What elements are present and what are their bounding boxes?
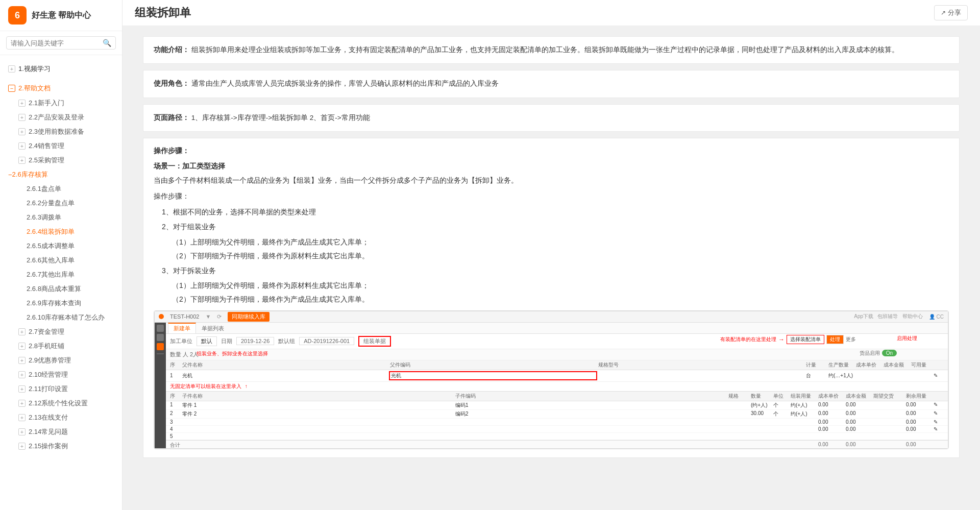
mock-group-label: 默认组 — [278, 337, 295, 345]
sidebar-item-label: 2.帮助文档 — [18, 84, 51, 93]
sidebar-item-stocktake[interactable]: 2.6.1盘点单 — [8, 182, 122, 196]
content-area: 功能介绍： 组装拆卸单用来处理企业组装或拆卸等加工业务，支持有固定装配清单的产品… — [122, 26, 980, 510]
mock-upper-table-header: 序 父件名称 父件编码 规格型号 计量 生产数量 成本单价 成本金额 可用量 — [166, 360, 948, 370]
nav-section-docs: − 2.帮助文档 + 2.1新手入门 + 2.2产品安装及登录 + 2.3使用前… — [0, 79, 122, 455]
sidebar-item-other-out[interactable]: 2.6.7其他出库单 — [8, 268, 122, 282]
sidebar-item-inventory[interactable]: − 2.6库存核算 — [0, 167, 122, 182]
sidebar-item-sales[interactable]: + 2.4销售管理 — [0, 139, 122, 153]
toggle-area: 货品启用 On — [860, 350, 897, 357]
path-label: 页面路径： — [154, 114, 189, 122]
sidebar-item-prepare[interactable]: + 2.3使用前数据准备 — [0, 125, 122, 139]
search-box: 🔍 — [6, 36, 116, 50]
nav-tree: + 1.视频学习 − 2.帮助文档 + 2.1新手入门 + 2.2产品安装及登录 — [0, 55, 122, 510]
mock-apps: App下载 包班辅导 帮助中心 — [854, 313, 922, 320]
mock-red-cell: 光机 — [389, 371, 598, 380]
annotation4-arrow: ↑ — [245, 383, 248, 389]
step3-sub2: （2）下部明细为子件明细，最终作为产成品生成其它入库单。 — [172, 293, 949, 306]
annotation4-area: 无固定清单可以组装在这里录入 ↑ — [166, 382, 948, 391]
sidebar-item-docs[interactable]: − 2.帮助文档 — [0, 81, 122, 96]
sidebar-item-stock-query[interactable]: 2.6.9库存账本查询 — [8, 296, 122, 310]
mock-tab-list: 单据列表 — [196, 323, 230, 333]
sidebar-item-install[interactable]: + 2.2产品安装及登录 — [0, 110, 122, 125]
sidebar-item-print[interactable]: + 2.11打印设置 — [0, 382, 122, 396]
sidebar-item-mobile[interactable]: + 2.8手机旺铺 — [0, 339, 122, 353]
mock-content: 新建单 单据列表 加工单位 默认 日期 2019-12-26 默认组 — [166, 323, 948, 448]
search-icon[interactable]: 🔍 — [103, 39, 111, 47]
expand-icon: + — [18, 400, 26, 407]
mock-left-sidebar — [155, 323, 166, 448]
mock-sidebar-icon1 — [157, 325, 164, 332]
annotation1-arrow: → — [778, 336, 785, 343]
role-block: 使用角色： 通常由生产人员或库管人员完成拆装业务的操作，库管人员确认原材料的出库… — [143, 70, 960, 98]
expand-icon: + — [18, 343, 26, 350]
annotation2-area: 组装业务、拆卸业务在这里选择 — [197, 350, 268, 357]
sidebar-item-customize[interactable]: + 2.12系统个性化设置 — [0, 396, 122, 410]
mock-header-btn: 同期继续入库 — [228, 312, 270, 322]
search-input[interactable] — [11, 39, 103, 47]
logo-text: 好生意 帮助中心 — [32, 10, 91, 21]
expand-icon: + — [18, 100, 26, 107]
sidebar-item-adjust[interactable]: 2.6.3调拨单 — [8, 210, 122, 225]
sidebar-item-coupon[interactable]: + 2.9优惠券管理 — [0, 353, 122, 368]
role-text: 通常由生产人员或库管人员完成拆装业务的操作，库管人员确认原材料的出库和产成品的入… — [191, 80, 499, 87]
main-content: 组装拆卸单 ↗ 分享 功能介绍： 组装拆卸单用来处理企业组装或拆卸等加工业务，支… — [122, 0, 980, 510]
mock-layout: 新建单 单据列表 加工单位 默认 日期 2019-12-26 默认组 — [155, 323, 948, 448]
inventory-subitems: 2.6.1盘点单 2.6.2分量盘点单 2.6.3调拨单 2.6.4组装拆卸单 … — [0, 182, 122, 325]
mock-extra-actions: 更多 — [846, 336, 856, 343]
sidebar-item-payment[interactable]: + 2.13在线支付 — [0, 410, 122, 425]
mock-lower-row3: 3 0.00 0.00 0 — [166, 419, 948, 426]
logo-area: 6 好生意 帮助中心 — [0, 0, 122, 31]
sidebar-item-capital[interactable]: + 2.7资金管理 — [0, 325, 122, 339]
sidebar-item-cost-adjust[interactable]: 2.6.5成本调整单 — [8, 239, 122, 253]
mock-date-label: 日期 — [221, 337, 232, 345]
sidebar-item-cases[interactable]: + 2.15操作案例 — [0, 439, 122, 453]
screenshot-container: TEST-H002 ▼ ⟳ 同期继续入库 App下载 包班辅导 帮助中心 👤 C… — [154, 310, 949, 449]
share-button[interactable]: ↗ 分享 — [934, 5, 968, 20]
toggle-label: 货品启用 — [860, 350, 880, 357]
mock-upper-table-row1: 1 光机 光机 台 约(…+1人) ✎ — [166, 370, 948, 382]
sidebar-item-assembly[interactable]: 2.6.4组装拆卸单 — [8, 225, 122, 239]
sidebar-item-cost-recalc[interactable]: 2.6.8商品成本重算 — [8, 282, 122, 296]
on-toggle: On — [882, 350, 897, 356]
path-block: 页面路径： 1、库存核算->库存管理->组装拆卸单 2、首页->常用功能 — [143, 104, 960, 132]
mock-lower-row5: 5 — [166, 433, 948, 440]
expand-icon: + — [8, 65, 15, 72]
sidebar-item-stock-err[interactable]: 2.6.10库存账本错了怎么办 — [8, 310, 122, 325]
sidebar-item-ops[interactable]: + 2.10经营管理 — [0, 368, 122, 382]
expand-icon: + — [18, 385, 26, 393]
sidebar-item-split-stock[interactable]: 2.6.2分量盘点单 — [8, 196, 122, 210]
mock-lower-row4: 4 0.000.00 0.00✎ — [166, 426, 948, 433]
annotation1-btn: 选择装配清单 — [787, 335, 824, 344]
mock-user: 👤 CC — [929, 314, 944, 320]
expand-icon: + — [18, 328, 26, 335]
annotation4-text: 无固定清单可以组装在这里录入 — [170, 383, 241, 389]
sidebar-item-other-in[interactable]: 2.6.6其他入库单 — [8, 253, 122, 268]
share-icon: ↗ — [941, 9, 946, 16]
annotation1-text: 有装配清单的在这里处理 — [720, 336, 776, 343]
sidebar-item-videos[interactable]: + 1.视频学习 — [0, 61, 122, 77]
collapse-icon: − — [8, 171, 12, 179]
steps-block: 操作步骤： 场景一：加工类型选择 当由多个子件材料组装成一个成品的业务为【组装】… — [143, 138, 960, 458]
annotation2-text: 组装业务、拆卸业务在这里选择 — [197, 350, 268, 357]
expand-icon: + — [18, 157, 26, 164]
step3-sub1: （1）上部明细为父件明细，最终作为原材料生成其它出库单； — [172, 279, 949, 292]
mock-lower-table-header: 序 子件名称 子件编码 规格 数量 单位 组装用量 成本单价 成本金额 期望 — [166, 391, 948, 401]
sidebar-item-new-user[interactable]: + 2.1新手入门 — [0, 96, 122, 110]
expand-icon: + — [18, 371, 26, 378]
role-label: 使用角色： — [154, 80, 189, 87]
path-text: 1、库存核算->库存管理->组装拆卸单 2、首页->常用功能 — [191, 114, 370, 122]
mock-footer-row: 合计 0.00 0.00 0.00 — [166, 440, 948, 448]
expand-icon: + — [18, 114, 26, 121]
step2-sub2: （2）下部明细为子件明细，最终作为原材料生成其它出库单。 — [172, 250, 949, 262]
func-intro-text: 组装拆卸单用来处理企业组装或拆卸等加工业务，支持有固定装配清单的产品加工业务，也… — [191, 46, 899, 54]
mock-arrow: ▼ — [205, 313, 211, 320]
func-intro-label: 功能介绍： — [154, 46, 189, 54]
sidebar-item-purchase[interactable]: + 2.5采购管理 — [0, 153, 122, 167]
mock-process-btn: 处理 — [826, 335, 844, 344]
mock-form-area: 加工单位 默认 日期 2019-12-26 默认组 AD-20191226-00… — [166, 334, 948, 349]
expand-icon: + — [18, 357, 26, 364]
mock-type-label: 加工单位 — [170, 337, 192, 345]
mock-qty-label: 数量 人 2人 — [170, 351, 199, 358]
sidebar-item-faq[interactable]: + 2.14常见问题 — [0, 425, 122, 439]
steps-label: 操作步骤： — [154, 147, 949, 156]
